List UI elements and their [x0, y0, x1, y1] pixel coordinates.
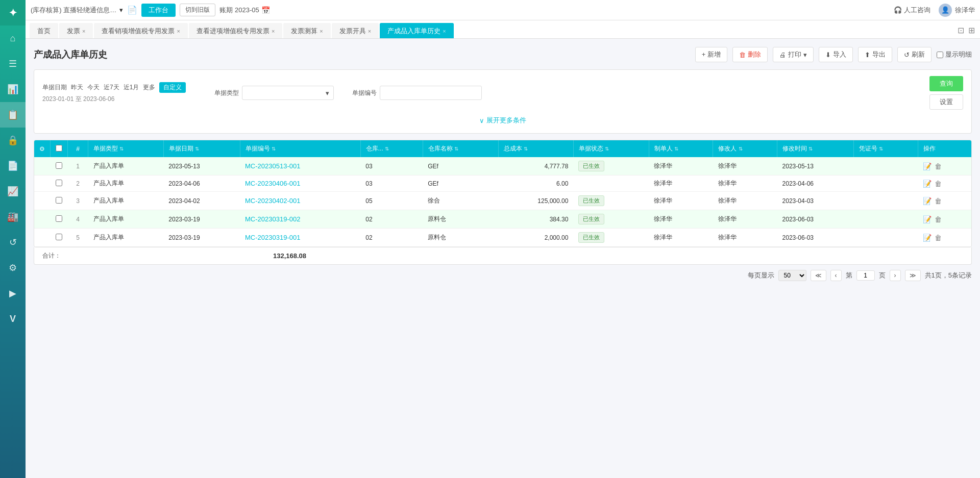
delete-icon-1[interactable]: 🗑: [935, 180, 942, 188]
tab-invoice-issue-close[interactable]: ×: [368, 28, 371, 34]
tab-product-history-label: 产成品入库单历史: [387, 27, 440, 36]
delete-icon-2[interactable]: 🗑: [935, 197, 942, 205]
tab-invoice-calc[interactable]: 发票测算 ×: [283, 23, 330, 38]
next-page-button[interactable]: ›: [890, 270, 901, 281]
tab-invoice-calc-close[interactable]: ×: [320, 28, 323, 34]
row-number-3[interactable]: MC-20230319-002: [240, 210, 360, 229]
workbench-button[interactable]: 工作台: [141, 4, 176, 17]
sidebar-item-refresh[interactable]: ↺: [0, 230, 26, 255]
sidebar-item-lock[interactable]: 🔒: [0, 128, 26, 153]
sidebar-item-settings2[interactable]: ⚙: [0, 255, 26, 281]
sidebar-item-play[interactable]: ▶: [0, 281, 26, 306]
number-input[interactable]: [380, 86, 482, 100]
show-detail-checkbox[interactable]: [937, 52, 943, 58]
export-button[interactable]: ⬆ 导出: [858, 47, 892, 62]
expand-more[interactable]: ∨ 展开更多条件: [42, 114, 963, 127]
shortcut-custom[interactable]: 自定义: [159, 82, 186, 93]
delete-icon-3[interactable]: 🗑: [935, 215, 942, 223]
sidebar-item-v[interactable]: V: [0, 306, 26, 332]
delete-icon-0[interactable]: 🗑: [935, 162, 942, 170]
row-number-0[interactable]: MC-20230513-001: [240, 157, 360, 175]
edit-icon-3[interactable]: 📝: [923, 215, 932, 223]
sidebar-item-list[interactable]: 📋: [0, 102, 26, 128]
th-warehouse-name[interactable]: 仓库名称 ⇅: [423, 140, 498, 157]
shortcut-yesterday[interactable]: 昨天: [71, 83, 83, 92]
sidebar-item-warehouse[interactable]: 🏭: [0, 204, 26, 230]
row-checkbox-4[interactable]: [51, 229, 68, 247]
delete-icon-4[interactable]: 🗑: [935, 234, 942, 242]
total-label: 合计：: [42, 251, 61, 260]
shortcut-more[interactable]: 更多: [143, 83, 155, 92]
type-select[interactable]: ▾: [242, 86, 334, 100]
tab-invoice-issue[interactable]: 发票开具 ×: [332, 23, 379, 38]
user-info[interactable]: 👤 徐泽华: [939, 4, 975, 17]
row-checkbox-3[interactable]: [51, 210, 68, 229]
print-button[interactable]: 🖨 打印 ▾: [773, 47, 814, 62]
import-button[interactable]: ⬇ 导入: [819, 47, 853, 62]
sidebar-item-home[interactable]: ⌂: [0, 26, 26, 51]
tab-product-history[interactable]: 产成品入库单历史 ×: [380, 23, 453, 38]
refresh-button[interactable]: ↺ 刷新: [897, 47, 932, 62]
edit-icon-1[interactable]: 📝: [923, 180, 932, 188]
tab-sales-invoice-close[interactable]: ×: [177, 28, 180, 34]
top-bar: (库存核算) 直播轻绕通信息技术股份... ▾ 📄 工作台 切到旧版 账期 20…: [26, 0, 980, 20]
th-checkbox[interactable]: [51, 140, 68, 157]
tab-purchase-invoice-label: 查看进项增值税专用发票: [197, 27, 270, 36]
switch-version-button[interactable]: 切到旧版: [180, 4, 215, 16]
th-voucher[interactable]: 凭证号 ⇅: [853, 140, 918, 157]
shortcut-1month[interactable]: 近1月: [124, 83, 139, 92]
prev-page-button[interactable]: ‹: [830, 270, 842, 281]
delete-button[interactable]: 🗑 删除: [732, 47, 768, 62]
row-wh-code-2: 05: [360, 192, 423, 210]
query-button[interactable]: 查询: [929, 76, 963, 91]
tab-home[interactable]: 首页: [30, 23, 58, 38]
th-date[interactable]: 单据日期 ⇅: [163, 140, 240, 157]
tab-product-history-close[interactable]: ×: [443, 28, 446, 34]
th-number[interactable]: 单据编号 ⇅: [240, 140, 360, 157]
sidebar-item-chart[interactable]: 📊: [0, 77, 26, 102]
per-page-select[interactable]: 50 100 200: [778, 270, 806, 281]
company-selector[interactable]: (库存核算) 直播轻绕通信息技术股份... ▾: [31, 6, 123, 15]
user-service[interactable]: 🎧 人工咨询: [894, 6, 930, 15]
row-checkbox-2[interactable]: [51, 192, 68, 210]
edit-icon-2[interactable]: 📝: [923, 197, 932, 205]
last-page-button[interactable]: ≫: [905, 270, 921, 281]
show-detail-checkbox-label[interactable]: 显示明细: [937, 50, 972, 59]
th-type[interactable]: 单据类型 ⇅: [88, 140, 164, 157]
tab-restore-button[interactable]: ⊡: [957, 24, 965, 36]
shortcut-7days[interactable]: 近7天: [104, 83, 119, 92]
row-date-1: 2023-04-06: [163, 175, 240, 192]
tab-purchase-invoice-close[interactable]: ×: [272, 28, 275, 34]
row-number-4[interactable]: MC-20230319-001: [240, 229, 360, 247]
shortcut-today[interactable]: 今天: [87, 83, 100, 92]
select-all-checkbox[interactable]: [56, 145, 62, 152]
th-modifier[interactable]: 修改人 ⇅: [713, 140, 777, 157]
expand-label: 展开更多条件: [486, 116, 526, 125]
tab-maximize-button[interactable]: ⊞: [967, 24, 976, 36]
filter-settings-button[interactable]: 设置: [929, 94, 963, 110]
sidebar-item-menu[interactable]: ☰: [0, 51, 26, 77]
tab-purchase-invoice[interactable]: 查看进项增值税专用发票 ×: [189, 23, 282, 38]
edit-icon-0[interactable]: 📝: [923, 162, 932, 170]
row-number-1[interactable]: MC-20230406-001: [240, 175, 360, 192]
new-button[interactable]: + 新增: [695, 47, 727, 62]
tab-invoice-close[interactable]: ×: [82, 28, 85, 34]
tab-invoice[interactable]: 发票 ×: [59, 23, 93, 38]
th-creator[interactable]: 制单人 ⇅: [649, 140, 713, 157]
row-checkbox-1[interactable]: [51, 175, 68, 192]
edit-icon-4[interactable]: 📝: [923, 234, 932, 242]
sidebar-item-stats[interactable]: 📈: [0, 179, 26, 204]
th-settings[interactable]: ⚙: [34, 140, 51, 157]
first-page-button[interactable]: ≪: [811, 270, 826, 281]
th-total-cost[interactable]: 总成本 ⇅: [498, 140, 573, 157]
th-warehouse-code[interactable]: 仓库... ⇅: [360, 140, 423, 157]
th-modify-time[interactable]: 修改时间 ⇅: [777, 140, 854, 157]
row-number-2[interactable]: MC-20230402-001: [240, 192, 360, 210]
company-dropdown-icon[interactable]: ▾: [119, 6, 123, 14]
calendar-icon[interactable]: 📅: [261, 6, 270, 14]
th-status[interactable]: 单据状态 ⇅: [573, 140, 649, 157]
sidebar-item-doc[interactable]: 📄: [0, 153, 26, 179]
page-input[interactable]: [856, 270, 875, 281]
tab-sales-invoice[interactable]: 查看销项增值税专用发票 ×: [94, 23, 187, 38]
row-checkbox-0[interactable]: [51, 157, 68, 175]
